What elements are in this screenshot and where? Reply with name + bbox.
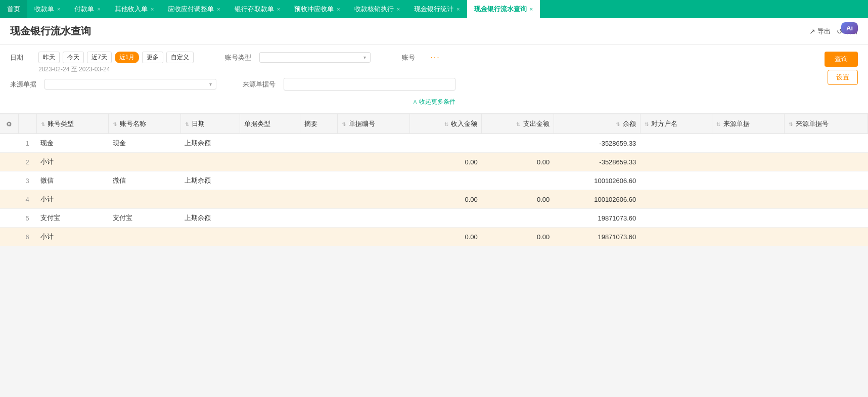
summary-cell xyxy=(300,209,337,228)
income-cell: 0.00 xyxy=(409,153,482,171)
date-range-display: 2023-02-24 至 2023-03-24 xyxy=(38,66,110,73)
source-doc-label: 来源单据 xyxy=(10,80,36,89)
close-icon[interactable]: × xyxy=(337,0,340,18)
close-icon[interactable]: × xyxy=(217,0,220,18)
row-num-cell: 1 xyxy=(18,134,36,153)
sort-icon: ⇅ xyxy=(516,121,520,127)
col-doc-no[interactable]: ⇅ 单据编号 xyxy=(338,114,410,134)
income-cell xyxy=(409,134,482,153)
account-type-select[interactable]: ▾ xyxy=(259,52,371,63)
nav-yushouyincash[interactable]: 预收冲应收单 × xyxy=(287,0,347,18)
account-name-cell: 支付宝 xyxy=(109,209,181,228)
close-icon[interactable]: × xyxy=(456,0,460,18)
row-settings-cell xyxy=(0,228,18,246)
balance-cell: 19871073.60 xyxy=(554,228,640,246)
close-icon[interactable]: × xyxy=(57,0,60,18)
close-icon[interactable]: × xyxy=(97,0,100,18)
account-name-cell xyxy=(109,153,181,171)
collapse-icon: ∧ xyxy=(413,98,418,105)
close-icon[interactable]: × xyxy=(530,0,533,18)
col-summary: 摘要 xyxy=(300,114,337,134)
sort-icon: ⇅ xyxy=(645,121,649,127)
close-icon[interactable]: × xyxy=(397,0,400,18)
col-counterpart[interactable]: ⇅ 对方户名 xyxy=(640,114,712,134)
col-account-name[interactable]: ⇅ 账号名称 xyxy=(109,114,181,134)
collapse-conditions-bar[interactable]: ∧ 收起更多条件 xyxy=(10,96,858,106)
nav-fukuan[interactable]: 付款单 × xyxy=(67,0,107,18)
account-type-cell: 现金 xyxy=(36,134,109,153)
nav-xianjinyinhang[interactable]: 现金银行统计 × xyxy=(407,0,467,18)
col-expense[interactable]: ⇅ 支出金额 xyxy=(482,114,554,134)
balance-cell: -3528659.33 xyxy=(554,153,640,171)
table-row[interactable]: 3微信微信上期余额100102606.60 xyxy=(0,171,868,190)
doc-no-cell xyxy=(338,228,410,246)
expense-cell: 0.00 xyxy=(482,190,554,209)
date-7days[interactable]: 近7天 xyxy=(87,52,112,63)
export-button[interactable]: ↗ 导出 xyxy=(809,27,831,36)
nav-liushuichaxun[interactable]: 现金银行流水查询 × xyxy=(467,0,540,18)
summary-cell xyxy=(300,171,337,190)
balance-cell: -3528659.33 xyxy=(554,134,640,153)
gear-icon[interactable]: ⚙ xyxy=(6,120,12,128)
table-row[interactable]: 2小计0.000.00-3528659.33 xyxy=(0,153,868,171)
sort-icon: ⇅ xyxy=(616,121,620,127)
col-income[interactable]: ⇅ 收入金额 xyxy=(409,114,482,134)
doc-type-cell xyxy=(240,134,300,153)
table-row[interactable]: 1现金现金上期余额-3528659.33 xyxy=(0,134,868,153)
close-icon[interactable]: × xyxy=(277,0,280,18)
income-cell xyxy=(409,209,482,228)
doc-type-cell xyxy=(240,228,300,246)
col-account-type[interactable]: ⇅ 账号类型 xyxy=(36,114,109,134)
date-1month[interactable]: 近1月 xyxy=(115,52,140,63)
summary-cell xyxy=(300,153,337,171)
income-cell: 0.00 xyxy=(409,228,482,246)
query-button[interactable]: 查询 xyxy=(825,52,858,67)
col-doc-type: 单据类型 xyxy=(240,114,300,134)
summary-cell xyxy=(300,228,337,246)
table-row[interactable]: 5支付宝支付宝上期余额19871073.60 xyxy=(0,209,868,228)
nav-yinhangcunqu[interactable]: 银行存取款单 × xyxy=(227,0,287,18)
income-cell xyxy=(409,171,482,190)
row-settings-cell xyxy=(0,209,18,228)
date-cell xyxy=(180,153,240,171)
col-rownum xyxy=(18,114,36,134)
expense-cell xyxy=(482,134,554,153)
nav-shoukuanhexiao[interactable]: 收款核销执行 × xyxy=(347,0,407,18)
counterpart-cell xyxy=(640,228,712,246)
account-name-cell: 微信 xyxy=(109,171,181,190)
expense-cell: 0.00 xyxy=(482,228,554,246)
source-doc-cell xyxy=(712,171,785,190)
filter-row-date: 日期 昨天 今天 近7天 近1月 更多 自定义 账号类型 ▾ xyxy=(10,52,814,63)
nav-qitashouru[interactable]: 其他收入单 × xyxy=(108,0,161,18)
settings-button[interactable]: 设置 xyxy=(828,70,858,85)
date-today[interactable]: 今天 xyxy=(63,52,84,63)
table-row[interactable]: 4小计0.000.00100102606.60 xyxy=(0,190,868,209)
table-row[interactable]: 6小计0.000.0019871073.60 xyxy=(0,228,868,246)
nav-shoukuan[interactable]: 收款单 × xyxy=(27,0,67,18)
close-icon[interactable]: × xyxy=(151,0,154,18)
col-date[interactable]: ⇅ 日期 xyxy=(180,114,240,134)
account-name-cell xyxy=(109,190,181,209)
sort-icon: ⇅ xyxy=(444,121,448,127)
account-ellipsis-button[interactable]: ··· xyxy=(430,53,440,62)
source-doc-no-cell xyxy=(784,153,867,171)
source-doc-no-input[interactable] xyxy=(284,78,455,91)
date-cell: 上期余额 xyxy=(180,171,240,190)
col-source-doc[interactable]: ⇅ 来源单据 xyxy=(712,114,785,134)
nav-yingshoupayment[interactable]: 应收应付调整单 × xyxy=(161,0,227,18)
table-container: ⚙ ⇅ 账号类型 ⇅ 账号名称 ⇅ 日期 单据类型 xyxy=(0,114,868,246)
col-source-doc-no[interactable]: ⇅ 来源单据号 xyxy=(784,114,867,134)
nav-home[interactable]: 首页 xyxy=(0,0,27,18)
date-custom[interactable]: 自定义 xyxy=(166,52,194,63)
row-num-cell: 4 xyxy=(18,190,36,209)
date-label: 日期 xyxy=(10,53,30,62)
date-yesterday[interactable]: 昨天 xyxy=(38,52,60,63)
balance-cell: 100102606.60 xyxy=(554,190,640,209)
date-more[interactable]: 更多 xyxy=(142,52,163,63)
ai-badge[interactable]: Ai xyxy=(841,22,858,34)
sort-icon: ⇅ xyxy=(113,121,117,127)
source-doc-no-cell xyxy=(784,171,867,190)
source-doc-cell xyxy=(712,134,785,153)
source-doc-select[interactable]: ▾ xyxy=(44,79,216,90)
col-balance[interactable]: ⇅ 余额 xyxy=(554,114,640,134)
